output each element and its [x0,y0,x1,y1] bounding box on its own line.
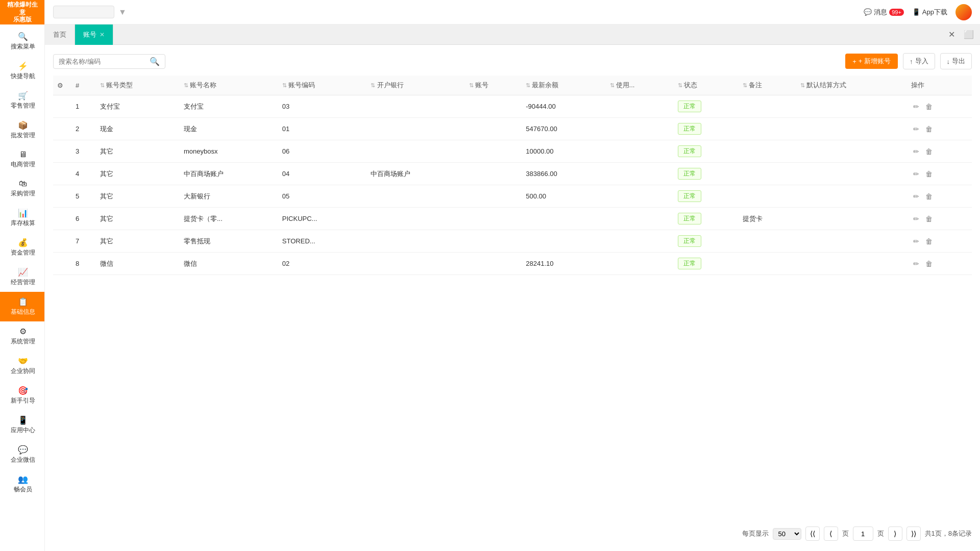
sidebar-item-wechat[interactable]: 💬企业微信 [0,440,44,469]
table-row: 5 其它 大新银行 05 500.00 正常 ✏ 🗑 [53,185,972,208]
row-usage-2 [606,140,674,163]
sidebar-item-quicknav[interactable]: ⚡快捷导航 [0,56,44,86]
delete-button-0[interactable]: 🗑 [923,102,935,112]
import-button[interactable]: ↑ 导入 [903,53,935,69]
row-bank-2 [366,140,465,163]
sidebar-item-basicinfo[interactable]: 📋基础信息 [0,292,44,321]
sidebar-item-cooperation[interactable]: 🤝企业协同 [0,351,44,381]
table-row: 3 其它 moneybosx 06 10000.00 正常 ✏ 🗑 [53,140,972,163]
table-row: 7 其它 零售抵现 STORED... 正常 ✏ 🗑 [53,230,972,253]
sidebar-item-search[interactable]: 🔍搜索菜单 [0,27,44,56]
col-note[interactable]: 备注 [739,76,796,95]
col-settlement[interactable]: 默认结算方式 [796,76,908,95]
sidebar-item-appcenter[interactable]: 📱应用中心 [0,410,44,440]
sidebar-item-wholesale[interactable]: 📦批发管理 [0,115,44,145]
last-page-button[interactable]: ⟩⟩ [906,527,921,541]
edit-button-1[interactable]: ✏ [911,124,921,134]
tab-home[interactable]: 首页 [45,24,75,45]
app-download-button[interactable]: 📱 App下载 [912,8,947,17]
sidebar-item-inventory[interactable]: 📊库存核算 [0,203,44,233]
sidebar-item-ecommerce[interactable]: 🖥电商管理 [0,145,44,174]
monitor-icon: 🖥 [19,150,27,159]
page-size-select[interactable]: 50 100 200 [773,528,801,540]
col-account[interactable]: 账号 [465,76,522,95]
row-settings-5 [53,208,71,230]
page-content: 🔍 + + 新增账号 ↑ 导入 ↓ 导出 [45,45,980,551]
sidebar-item-operations[interactable]: 📈经营管理 [0,262,44,292]
edit-button-2[interactable]: ✏ [911,146,921,157]
row-balance-1: 547670.00 [522,118,605,140]
row-index-0: 1 [71,95,96,118]
delete-button-5[interactable]: 🗑 [923,214,935,224]
tab-close-window-button[interactable]: ✕ [944,28,959,42]
col-bank[interactable]: 开户银行 [366,76,465,95]
delete-button-4[interactable]: 🗑 [923,191,935,202]
avatar[interactable] [955,4,972,20]
edit-button-7[interactable]: ✏ [911,259,921,269]
sidebar-menu: 🔍搜索菜单 ⚡快捷导航 🛒零售管理 📦批发管理 🖥电商管理 🛍采购管理 📊库存核… [0,24,44,551]
table-row: 2 现金 现金 01 547670.00 正常 ✏ 🗑 [53,118,972,140]
row-account-0 [465,95,522,118]
export-button[interactable]: ↓ 导出 [940,53,972,69]
row-index-3: 4 [71,163,96,185]
chat-icon: 💬 [18,445,28,455]
edit-button-4[interactable]: ✏ [911,191,921,202]
row-actions-5: ✏ 🗑 [907,208,972,230]
row-type-4: 其它 [96,185,180,208]
sidebar-item-system[interactable]: ⚙系统管理 [0,321,44,351]
col-name[interactable]: 账号名称 [180,76,278,95]
sidebar-item-finance[interactable]: 💰资金管理 [0,233,44,262]
col-type[interactable]: 账号类型 [96,76,180,95]
row-settings-7 [53,253,71,275]
row-settlement-3 [796,163,908,185]
pagination: 每页显示 50 100 200 ⟨⟨ ⟨ 页 页 ⟩ ⟩⟩ 共1页，8条记录 [53,520,972,543]
row-note-1 [739,118,796,140]
row-note-7 [739,253,796,275]
row-index-7: 8 [71,253,96,275]
col-balance[interactable]: 最新余额 [522,76,605,95]
page-number-input[interactable] [853,527,873,541]
dropdown-icon[interactable]: ▼ [118,8,127,17]
delete-button-6[interactable]: 🗑 [923,236,935,246]
top-search-input[interactable] [53,6,114,18]
row-balance-0: -90444.00 [522,95,605,118]
sidebar-item-purchase[interactable]: 🛍采购管理 [0,174,44,203]
delete-button-2[interactable]: 🗑 [923,146,935,157]
delete-button-7[interactable]: 🗑 [923,259,935,269]
search-input[interactable] [59,58,146,65]
search-icon[interactable]: 🔍 [150,57,160,66]
delete-button-1[interactable]: 🗑 [923,124,935,134]
row-note-3 [739,163,796,185]
row-status-6: 正常 [674,230,739,253]
row-status-5: 正常 [674,208,739,230]
status-badge: 正常 [678,145,701,157]
edit-button-3[interactable]: ✏ [911,169,921,179]
status-badge: 正常 [678,123,701,135]
tab-account[interactable]: 账号 ✕ [75,24,113,45]
edit-button-6[interactable]: ✏ [911,236,921,246]
row-balance-2: 10000.00 [522,140,605,163]
prev-page-button[interactable]: ⟨ [824,527,838,541]
next-page-button[interactable]: ⟩ [888,527,902,541]
row-status-3: 正常 [674,163,739,185]
tab-close-icon[interactable]: ✕ [100,31,105,38]
sidebar-item-member[interactable]: 👥畅会员 [0,469,44,499]
tab-maximize-button[interactable]: ⬜ [962,28,976,42]
row-balance-5 [522,208,605,230]
add-icon: + [852,58,856,65]
row-account-4 [465,185,522,208]
col-usage[interactable]: 使用... [606,76,674,95]
delete-button-3[interactable]: 🗑 [923,169,935,179]
edit-button-0[interactable]: ✏ [911,102,921,112]
message-button[interactable]: 💬 消息 99+ [864,8,904,17]
row-code-2: 06 [278,140,367,163]
table-row: 6 其它 提货卡（零... PICKUPC... 正常 提货卡 ✏ 🗑 [53,208,972,230]
first-page-button[interactable]: ⟨⟨ [805,527,820,541]
col-status[interactable]: 状态 [674,76,739,95]
col-code[interactable]: 账号编码 [278,76,367,95]
sidebar-item-retail[interactable]: 🛒零售管理 [0,86,44,115]
col-settings[interactable]: ⚙ [53,76,71,95]
add-account-button[interactable]: + + 新增账号 [845,54,898,69]
edit-button-5[interactable]: ✏ [911,214,921,224]
sidebar-item-guide[interactable]: 🎯新手引导 [0,381,44,410]
